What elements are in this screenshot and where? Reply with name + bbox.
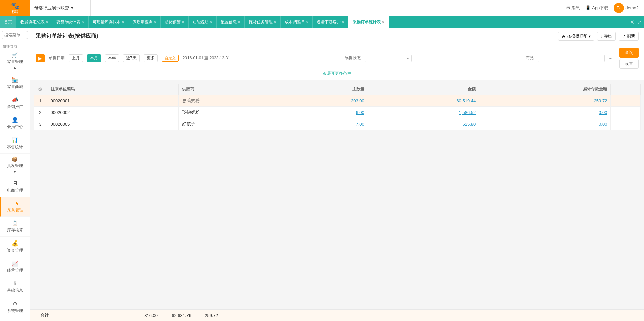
- tab-cost-close[interactable]: ×: [306, 20, 308, 24]
- tab-inout[interactable]: 收发存汇总表 ×: [16, 16, 52, 28]
- purchase-icon: 🛍: [13, 200, 18, 206]
- filter-period-this-month[interactable]: 本月: [87, 54, 101, 62]
- table-header-row: ⚙ 往来单位编码 供应商 主数量 金额 累计付款金额: [34, 84, 641, 95]
- tab-requisition[interactable]: 要货单统计表 ×: [52, 16, 88, 28]
- tab-purchase-stat-close[interactable]: ×: [382, 20, 384, 24]
- workspace-arrow: ▾: [71, 5, 73, 10]
- tab-inventory-close[interactable]: ×: [122, 20, 124, 24]
- filter-date-range: 2016-01-01 至 2023-12-31: [183, 55, 230, 61]
- top-bar: 🐾 标题 母婴行业演示账套 ▾ ✉ 消息 📱 App下载 Ea demo2: [0, 0, 644, 16]
- tab-cost[interactable]: 成本调整单 ×: [281, 16, 313, 28]
- sidebar-item-enterprise[interactable]: 🤝 企业协同: [0, 317, 30, 321]
- tab-config-close[interactable]: ×: [238, 20, 240, 24]
- filter-row-1: ▶ 单据日期 上月 本月 本年 近7天 更多 自定义 2016-01-01 至 …: [36, 48, 639, 69]
- tab-task[interactable]: 拣货任务管理 ×: [245, 16, 280, 28]
- filter-period-last-month[interactable]: 上月: [69, 54, 83, 62]
- app-icon: 📱: [585, 5, 591, 10]
- sidebar-item-basic[interactable]: ℹ 基础信息: [0, 277, 30, 297]
- sidebar-item-operations[interactable]: 📈 经营管理: [0, 257, 30, 277]
- footer-amount: 62,631.76: [158, 313, 191, 318]
- filter-period-custom[interactable]: 自定义: [162, 55, 179, 62]
- tab-overstock-close[interactable]: ×: [182, 20, 184, 24]
- tab-overstock[interactable]: 超储预警 ×: [161, 16, 189, 28]
- print-button[interactable]: 🖨 按模板打印 ▾: [558, 32, 594, 41]
- row-2-paid[interactable]: 0.00: [479, 107, 611, 118]
- col-settings-icon[interactable]: ⚙: [38, 87, 42, 92]
- sidebar-item-retail-label: 零售管理: [7, 59, 23, 65]
- filter-ellipsis[interactable]: ···: [609, 56, 612, 61]
- sidebar-item-wholesale[interactable]: 📦 批发管理 ▼: [0, 154, 30, 177]
- message-btn[interactable]: ✉ 消息: [566, 5, 580, 11]
- username: demo2: [625, 5, 639, 10]
- sidebar-item-finance[interactable]: 💰 资金管理: [0, 237, 30, 257]
- tab-config[interactable]: 配置信息 ×: [217, 16, 245, 28]
- export-button[interactable]: ↓ 导出: [597, 32, 616, 41]
- row-2-amount[interactable]: 1,586.52: [368, 107, 479, 118]
- tab-invite[interactable]: 邀请下游客户 ×: [313, 16, 348, 28]
- row-2-extra: [611, 107, 641, 118]
- operations-icon: 📈: [12, 260, 18, 267]
- row-3-amount[interactable]: 525.80: [368, 118, 479, 130]
- nav-close-btn[interactable]: ✕: [630, 19, 634, 25]
- goods-label: 商品: [526, 55, 534, 61]
- row-1-qty[interactable]: 303.00: [282, 95, 368, 107]
- tab-period[interactable]: 保质期查询 ×: [128, 16, 160, 28]
- sidebar-item-retail[interactable]: 🛒 零售管理 ▲: [0, 50, 30, 73]
- tab-inventory[interactable]: 可用量库存账本 ×: [89, 16, 128, 28]
- sidebar-item-member-label: 会员中心: [7, 124, 23, 130]
- row-1-extra: [611, 95, 641, 107]
- row-2-no: 2: [34, 107, 47, 118]
- sidebar-item-purchase[interactable]: 🛍 采购管理: [0, 197, 30, 217]
- expand-more-btn[interactable]: ⊕ 展开更多条件: [323, 71, 351, 76]
- tab-period-label: 保质期查询: [132, 19, 153, 25]
- sidebar-item-ecommerce[interactable]: 🖥 电商管理: [0, 177, 30, 197]
- member-icon: 👤: [12, 117, 18, 123]
- row-3-supplier: 好孩子: [178, 118, 282, 130]
- row-1-paid[interactable]: 259.72: [479, 95, 611, 107]
- tab-invite-close[interactable]: ×: [342, 20, 344, 24]
- retail-shop-icon: 🏪: [12, 76, 18, 83]
- row-3-paid[interactable]: 0.00: [479, 118, 611, 130]
- filter-expand-toggle[interactable]: ▶: [36, 54, 45, 62]
- status-select[interactable]: [365, 55, 412, 62]
- tab-function-close[interactable]: ×: [210, 20, 212, 24]
- sidebar-item-basic-label: 基础信息: [7, 288, 23, 293]
- sidebar-item-inventory-mgr-label: 库存核算: [7, 227, 23, 233]
- col-qty-header: 主数量: [282, 84, 368, 95]
- row-3-code: 00020005: [47, 118, 178, 130]
- sidebar-item-system[interactable]: ⚙ 系统管理: [0, 297, 30, 317]
- query-button[interactable]: 查询: [619, 48, 639, 58]
- row-1-amount[interactable]: 60,519.44: [368, 95, 479, 107]
- goods-input[interactable]: [538, 55, 605, 62]
- workspace-selector[interactable]: 母婴行业演示账套 ▾: [30, 0, 91, 16]
- status-label: 单据状态: [344, 55, 361, 61]
- tab-period-close[interactable]: ×: [154, 20, 156, 24]
- sidebar-item-inventory-mgr[interactable]: 📋 库存核算: [0, 217, 30, 237]
- refresh-button[interactable]: ↺ 刷新: [619, 32, 639, 41]
- filter-period-more[interactable]: 更多: [144, 54, 158, 62]
- tab-function[interactable]: 功能说明 ×: [189, 16, 216, 28]
- user-info[interactable]: Ea demo2: [614, 3, 639, 13]
- tab-inout-close[interactable]: ×: [46, 20, 48, 24]
- tab-task-close[interactable]: ×: [274, 20, 276, 24]
- tab-home[interactable]: 首页: [0, 16, 16, 28]
- filter-period-this-year[interactable]: 本年: [105, 54, 119, 62]
- app-download-btn[interactable]: 📱 App下载: [585, 5, 608, 11]
- filter-period-7days[interactable]: 近7天: [123, 54, 140, 62]
- tab-home-label: 首页: [4, 19, 12, 25]
- row-3-qty[interactable]: 7.00: [282, 118, 368, 130]
- nav-expand-btn[interactable]: ⤢: [637, 19, 641, 25]
- sidebar-item-retail-shop[interactable]: 🏪 零售商城: [0, 73, 30, 93]
- sidebar-item-member[interactable]: 👤 会员中心: [0, 113, 30, 133]
- footer-qty: 316.00: [131, 313, 158, 318]
- settings-button[interactable]: 设置: [619, 59, 639, 69]
- tab-purchase-stat[interactable]: 采购订单统计表 ×: [348, 16, 388, 28]
- sidebar-item-retail-stat[interactable]: 📊 零售统计: [0, 133, 30, 154]
- search-input[interactable]: [2, 31, 28, 39]
- sidebar-item-marketing[interactable]: 📣 营销推广: [0, 93, 30, 113]
- refresh-label: 刷新: [627, 33, 635, 39]
- row-2-qty[interactable]: 6.00: [282, 107, 368, 118]
- marketing-icon: 📣: [12, 97, 18, 103]
- print-icon: 🖨: [562, 34, 566, 39]
- tab-requisition-close[interactable]: ×: [82, 20, 84, 24]
